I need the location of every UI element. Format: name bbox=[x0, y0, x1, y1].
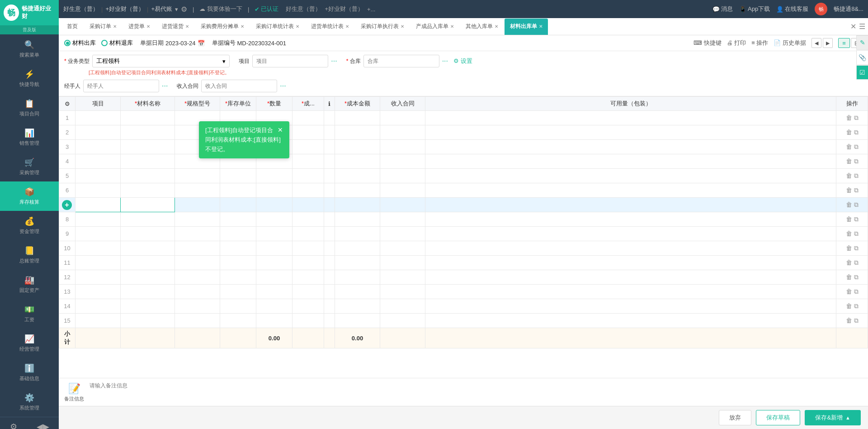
tab-incoming[interactable]: 进货单 ✕ bbox=[123, 19, 156, 35]
row-contract[interactable] bbox=[380, 285, 425, 299]
row-cost[interactable] bbox=[292, 111, 324, 125]
row-unit[interactable] bbox=[220, 285, 256, 299]
row-available[interactable] bbox=[425, 314, 836, 328]
sidebar-item-system[interactable]: ⚙️ 系统管理 bbox=[0, 387, 59, 417]
row-available[interactable] bbox=[425, 140, 836, 154]
shortcut-btn[interactable]: ⌨ 快捷键 bbox=[693, 39, 722, 47]
sidebar-item-purchase[interactable]: 🛒 采购管理 bbox=[0, 152, 59, 181]
sidebar-item-search[interactable]: 🔍 搜索菜单 bbox=[0, 34, 59, 64]
project-dots[interactable]: ··· bbox=[331, 57, 337, 65]
tooltip-close-btn[interactable]: ✕ bbox=[278, 125, 283, 135]
tab-material-out[interactable]: 材料出库单 ✕ bbox=[505, 19, 548, 35]
row-project[interactable] bbox=[75, 241, 121, 256]
row-project[interactable] bbox=[75, 256, 121, 270]
notes-input[interactable] bbox=[90, 382, 863, 400]
row-contract[interactable] bbox=[380, 183, 425, 198]
row-quantity[interactable] bbox=[256, 183, 292, 198]
row-unit[interactable] bbox=[220, 314, 256, 328]
row-project[interactable] bbox=[75, 212, 121, 227]
copy-row-btn[interactable]: ⧉ bbox=[854, 215, 859, 223]
tab-close-all[interactable]: ✕ bbox=[850, 22, 856, 31]
sn-value[interactable]: MD-20230324-001 bbox=[237, 40, 286, 47]
row-cost-active[interactable] bbox=[292, 198, 324, 212]
row-contract[interactable] bbox=[380, 125, 425, 140]
row-project[interactable] bbox=[75, 169, 121, 183]
row-quantity[interactable] bbox=[256, 285, 292, 299]
print-btn[interactable]: 🖨 打印 bbox=[727, 39, 746, 47]
copy-row-btn[interactable]: ⧉ bbox=[854, 114, 859, 122]
row-unit[interactable] bbox=[220, 183, 256, 198]
row-project[interactable] bbox=[75, 285, 121, 299]
income-contract-input[interactable] bbox=[201, 80, 277, 92]
row-contract[interactable] bbox=[380, 241, 425, 256]
sidebar-item-contract[interactable]: 📋 项目合同 bbox=[0, 93, 59, 123]
app-download-btn[interactable]: 📱 App下载 bbox=[739, 5, 770, 13]
row-spec[interactable] bbox=[175, 169, 220, 183]
delete-row-btn[interactable]: 🗑 bbox=[846, 186, 852, 194]
row-material[interactable] bbox=[121, 270, 175, 285]
row-contract[interactable] bbox=[380, 299, 425, 314]
row-cost-amount[interactable] bbox=[335, 212, 380, 227]
row-available[interactable] bbox=[425, 256, 836, 270]
delete-row-btn[interactable]: 🗑 bbox=[846, 201, 852, 209]
row-quantity[interactable] bbox=[256, 270, 292, 285]
row-material[interactable] bbox=[121, 183, 175, 198]
row-quantity[interactable] bbox=[256, 212, 292, 227]
row-material[interactable] bbox=[121, 285, 175, 299]
delete-row-btn[interactable]: 🗑 bbox=[846, 143, 852, 151]
next-arrow[interactable]: ▶ bbox=[823, 38, 833, 48]
row-material[interactable] bbox=[121, 125, 175, 140]
delete-row-btn[interactable]: 🗑 bbox=[846, 172, 852, 180]
copy-row-btn[interactable]: ⧉ bbox=[854, 172, 859, 180]
nav-haoyecai[interactable]: +好业财（普） bbox=[105, 5, 144, 13]
row-cost-amount[interactable] bbox=[335, 140, 380, 154]
row-contract[interactable] bbox=[380, 169, 425, 183]
row-spec[interactable] bbox=[175, 227, 220, 241]
user-avatar[interactable]: 畅 bbox=[815, 3, 827, 15]
delete-row-btn[interactable]: 🗑 bbox=[846, 273, 852, 281]
row-spec[interactable] bbox=[175, 183, 220, 198]
row-available[interactable] bbox=[425, 241, 836, 256]
row-contract[interactable] bbox=[380, 314, 425, 328]
save-draft-button[interactable]: 保存草稿 bbox=[756, 410, 800, 425]
row-cost[interactable] bbox=[292, 169, 324, 183]
row-material[interactable] bbox=[121, 140, 175, 154]
row-material[interactable] bbox=[121, 111, 175, 125]
row-quantity[interactable] bbox=[256, 256, 292, 270]
sidebar-item-operations[interactable]: 📈 经营管理 bbox=[0, 329, 59, 358]
row-project[interactable] bbox=[75, 125, 121, 140]
copy-row-btn[interactable]: ⧉ bbox=[854, 259, 859, 267]
row-cost[interactable] bbox=[292, 256, 324, 270]
row-quantity[interactable] bbox=[256, 169, 292, 183]
project-input[interactable] bbox=[252, 55, 328, 67]
radio-material-return[interactable]: 材料退库 bbox=[101, 39, 133, 47]
row-material[interactable] bbox=[121, 227, 175, 241]
row-contract[interactable] bbox=[380, 256, 425, 270]
delete-row-btn[interactable]: 🗑 bbox=[846, 244, 852, 252]
row-available[interactable] bbox=[425, 299, 836, 314]
row-material-active[interactable] bbox=[121, 198, 175, 212]
tab-purchase-cost[interactable]: 采购费用分摊单 ✕ bbox=[195, 19, 250, 35]
delete-row-btn[interactable]: 🗑 bbox=[846, 317, 852, 324]
sidebar-item-basic[interactable]: ℹ️ 基础信息 bbox=[0, 358, 59, 387]
row-contract[interactable] bbox=[380, 154, 425, 169]
copy-row-btn[interactable]: ⧉ bbox=[854, 302, 859, 310]
table-view-btn[interactable]: ≡ bbox=[838, 38, 850, 48]
copy-row-btn[interactable]: ⧉ bbox=[854, 317, 859, 324]
operation-btn[interactable]: ≡ 操作 bbox=[751, 39, 768, 47]
row-material[interactable] bbox=[121, 169, 175, 183]
row-cost[interactable] bbox=[292, 154, 324, 169]
row-cost[interactable] bbox=[292, 270, 324, 285]
date-value[interactable]: 2023-03-24 bbox=[165, 40, 196, 47]
row-material[interactable] bbox=[121, 241, 175, 256]
row-unit[interactable] bbox=[220, 212, 256, 227]
row-cost[interactable] bbox=[292, 241, 324, 256]
row-cost-amount[interactable] bbox=[335, 183, 380, 198]
experience-label[interactable]: ☁ 我要体验一下 bbox=[199, 5, 242, 13]
tab-close-incoming[interactable]: ✕ bbox=[146, 24, 150, 29]
row-cost-amount[interactable] bbox=[335, 256, 380, 270]
tab-purchase-order[interactable]: 采购订单 ✕ bbox=[84, 19, 122, 35]
nav2-item3[interactable]: +... bbox=[367, 6, 375, 13]
tab-other-in[interactable]: 其他入库单 ✕ bbox=[460, 19, 504, 35]
row-unit[interactable] bbox=[220, 227, 256, 241]
